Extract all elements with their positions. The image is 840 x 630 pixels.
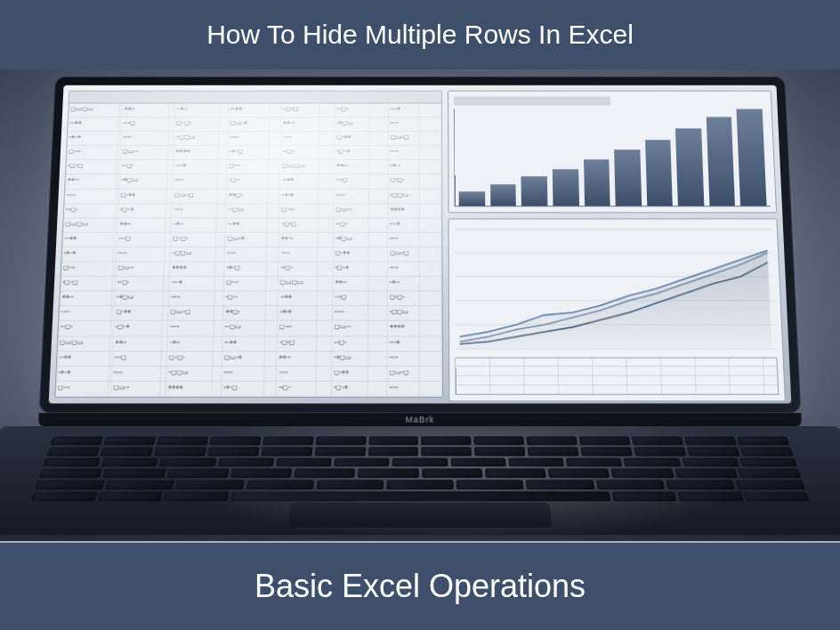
table-cell: ▫▫◻◦	[59, 321, 114, 335]
table-cell: ▫⋄◦◦	[388, 160, 441, 174]
table-row: ▫⋄▫⋄▫▫◦▫▫◻◻▭◦▫▫▫◦◦◦◦◻◦⋄⋄◻▭▫◻	[56, 367, 442, 382]
line-chart-svg	[455, 225, 777, 354]
table-cell: ◦◦▫◻	[121, 117, 175, 131]
table-cell: ▫◻◻▭	[174, 132, 229, 145]
table-cell: ◻▭◻▭	[280, 160, 335, 174]
table-row: ◦▫⋄⋄◦◦▫◻◻◦◻◦◻▭▫⋄⋄⋄◦▫▫⋄◻▭▫▫▫▫	[62, 233, 442, 247]
table-cell: ◦◦◦◦	[64, 190, 118, 203]
table-cell: ◦◦◻▭	[226, 204, 280, 217]
table-cell: ▫▫◦▫	[116, 247, 171, 261]
table-cell: ▫⋄◻▭	[119, 174, 174, 188]
table-row: ◦▫⋄⋄◦◦▫◻◻◦◻◦◻▭▫⋄⋄⋄◦▫▫⋄◻▭▫▫▫▫	[68, 117, 441, 132]
table-row: ◻▭◻▭⋄⋄▫▫▫⋄◦◦▫▫⋄⋄▫◻▫◻◦▫◻◦◦◦▫⋄	[63, 218, 442, 232]
table-cell: ▫⋄◻▭	[332, 351, 387, 366]
bar	[553, 169, 579, 206]
table-cell: ◻◦▫▫	[55, 382, 111, 396]
table-row: ▫◻▫◻◦▫◻◦◦◦▫⋄◻◦◦▫◻▭◻▭⋄⋄▫▫▫⋄◦◦	[66, 160, 442, 174]
table-cell: ◻◦⋄⋄	[334, 247, 388, 261]
table-cell: ▫⋄▫◻	[227, 146, 281, 159]
table-cell: ▫◻▫⋄	[113, 321, 168, 335]
table-cell: ⋄⋄◦▫	[279, 233, 334, 246]
table-row: ▫▫◻◦▫◻▫⋄◦▫◦▫◦◦◻▭◻◦▫▫◻▭◦◦⋄⋄⋄⋄	[64, 204, 442, 218]
table-cell: ◻▭◦◦	[120, 146, 174, 159]
table-cell: ⋄⋄◦▫	[65, 174, 119, 188]
bar	[737, 109, 767, 206]
table-cell: ▫◻▫⋄	[332, 382, 387, 396]
table-cell: ▫▫⋄⋄	[229, 103, 282, 117]
table-cell: ▫▫◦▫	[111, 367, 167, 381]
table-cell: ▫▫▫▫	[169, 292, 224, 306]
table-cell: ◻◦▫▫	[279, 204, 334, 217]
table-cell: ◦◦▫⋄	[388, 218, 442, 231]
table-cell: ⋄⋄◦▫	[277, 351, 332, 366]
table-cell: ◻◦⋄⋄	[335, 132, 388, 145]
bar	[459, 191, 485, 206]
table-cell: ▫⋄◻▭	[334, 233, 388, 246]
laptop-base	[0, 426, 840, 535]
table-cell: ◻▭▫⋄	[225, 233, 279, 246]
table-cell: ◻◦⋄⋄	[118, 190, 173, 203]
table-cell: ▫▫⋄⋄	[222, 336, 278, 351]
table-cell: ▫▫▫▫	[388, 117, 441, 131]
laptop-illustration: ◻▭◻▭⋄⋄▫▫▫⋄◦◦▫▫⋄⋄▫◻▫◻◦▫◻◦◦◦▫⋄◦▫⋄⋄◦◦▫◻◻◦◻◦…	[29, 77, 810, 541]
bar-chart-panel	[448, 91, 777, 214]
table-cell: ◦◦▫⋄	[169, 277, 224, 291]
table-cell: ◻▭▫◻	[173, 190, 227, 203]
bar-chart-bars	[454, 109, 770, 206]
table-cell: ◦▫▫▫	[222, 367, 277, 381]
table-cell: ◦◦▫◻	[112, 351, 167, 366]
table-cell: ⋄⋄◻◦	[223, 306, 279, 320]
table-cell: ▫◻▫⋄	[335, 146, 388, 159]
table-cell: ◦▫◻◦	[119, 160, 174, 174]
table-cell: ▫◻▫⋄	[117, 204, 172, 217]
table-cell: ◦◦◦◦	[281, 132, 335, 145]
table-cell: ◻▭▫◻	[387, 367, 442, 381]
table-cell: ◻◦◻◦	[388, 174, 441, 188]
table-cell: ◻▭◻▭	[58, 336, 113, 351]
table-cell: ◦▫⋄⋄	[279, 292, 334, 306]
table-cell: ▫▫◻◦	[279, 262, 333, 276]
table-cell: ▫⋄▫⋄	[56, 367, 112, 381]
table-cell: ◻▭◻▭	[69, 103, 122, 117]
table-row: ◻◦▫▫◻▭◦◦⋄⋄⋄⋄▫⋄▫◻▫▫◻◦▫◻▫⋄◦▫◦▫	[67, 146, 442, 160]
table-row: ◻◦▫▫◻▭◦◦⋄⋄⋄⋄▫⋄▫◻▫▫◻◦▫◻▫⋄◦▫◦▫	[55, 382, 442, 397]
table-row: ▫⋄▫⋄▫▫◦▫▫◻◻▭◦▫▫▫◦◦◦◦◻◦⋄⋄◻▭▫◻	[61, 247, 441, 262]
table-cell: ◻◦◻◦	[174, 117, 228, 131]
laptop-hinge: MaBrk	[38, 413, 802, 426]
table-cell: ▫◻◻▭	[387, 306, 442, 320]
bar	[645, 140, 673, 206]
table-cell: ⋄⋄▫▫	[333, 277, 387, 291]
table-cell: ◻▭▫◻	[168, 306, 223, 320]
laptop-brand-label: MaBrk	[406, 415, 434, 424]
table-cell: ◦◦▫⋄	[387, 336, 442, 351]
table-cell: ◦◦▫◻	[333, 292, 387, 306]
table-row: ◻▭◻▭⋄⋄▫▫▫⋄◦◦▫▫⋄⋄▫◻▫◻◦▫◻◦◦◦▫⋄	[58, 336, 442, 351]
laptop-keyboard	[31, 436, 810, 501]
table-cell: ◻◦⋄⋄	[114, 306, 169, 320]
spreadsheet-rows: ◻▭◻▭⋄⋄▫▫▫⋄◦◦▫▫⋄⋄▫◻▫◻◦▫◻◦◦◦▫⋄◦▫⋄⋄◦◦▫◻◻◦◻◦…	[55, 103, 442, 397]
table-cell: ▫▫◦▫	[121, 132, 175, 145]
line-chart-mini-table	[456, 358, 779, 395]
laptop-screen-bezel: ◻▭◻▭⋄⋄▫▫▫⋄◦◦▫▫⋄⋄▫◻▫◻◦▫◻◦◦◦▫⋄◦▫⋄⋄◦◦▫◻◻◦◻◦…	[39, 77, 802, 413]
table-cell: ◦◦▫◻	[335, 174, 389, 188]
table-cell: ⋄⋄◻◦	[226, 190, 280, 203]
table-cell: ▫▫◻◦	[64, 204, 118, 217]
table-cell: ◻▭◦◦	[333, 321, 388, 335]
laptop-trackpad	[287, 503, 553, 529]
bar	[490, 184, 516, 206]
page-title: How To Hide Multiple Rows In Excel	[206, 20, 634, 49]
table-row: ◦◦◦◦◻◦⋄⋄◻▭▫◻⋄⋄◻◦▫⋄▫⋄▫▫◦▫▫◻◻▭	[59, 306, 442, 321]
table-cell: ◻◦⋄⋄	[332, 367, 387, 381]
table-cell: ◦▫▫▫	[228, 132, 281, 145]
table-cell: ⋄⋄▫▫	[335, 160, 388, 174]
bar-chart-title-placeholder	[454, 97, 610, 106]
table-cell: ◦▫◻◦	[115, 277, 170, 291]
table-cell: ◦▫◦▫	[388, 146, 441, 159]
table-cell: ◻▭▫⋄	[222, 351, 278, 366]
illustration-scene: ◻▭◻▭⋄⋄▫▫▫⋄◦◦▫▫⋄⋄▫◻▫◻◦▫◻◦◦◦▫⋄◦▫⋄⋄◦◦▫◻◻◦◻◦…	[0, 69, 840, 541]
table-cell: ⋄⋄⋄⋄	[174, 146, 228, 159]
table-cell: ▫▫▫▫	[387, 351, 442, 366]
table-row: ◦◦◦◦◻◦⋄⋄◻▭▫◻⋄⋄◻◦▫⋄▫⋄▫▫◦▫▫◻◻▭	[64, 190, 441, 204]
table-cell: ⋄⋄◦▫	[281, 117, 335, 131]
table-row: ⋄⋄◦▫▫⋄◻▭▫▫▫▫▫◻◦◦◦▫⋄⋄◦◦▫◻◻◦◻◦	[65, 174, 441, 189]
